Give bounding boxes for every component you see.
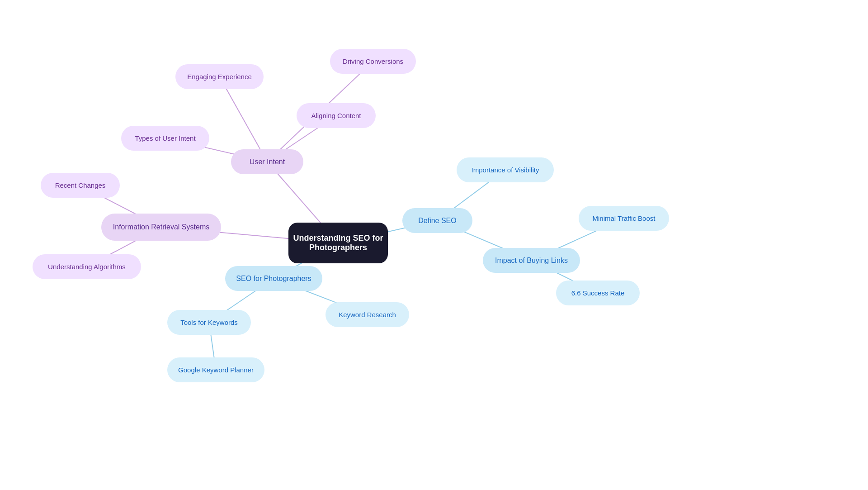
recent-changes-node[interactable]: Recent Changes xyxy=(41,173,120,198)
importance-visibility-label: Importance of Visibility xyxy=(472,166,539,174)
driving-conversions-label: Driving Conversions xyxy=(343,57,403,65)
info-retrieval-node[interactable]: Information Retrieval Systems xyxy=(101,214,221,241)
seo-photographers-label: SEO for Photographers xyxy=(236,275,311,283)
types-user-intent-node[interactable]: Types of User Intent xyxy=(121,126,209,151)
engaging-experience-node[interactable]: Engaging Experience xyxy=(175,64,264,89)
aligning-content-node[interactable]: Aligning Content xyxy=(297,103,376,128)
success-rate-label: 6.6 Success Rate xyxy=(571,289,625,297)
user-intent-label: User Intent xyxy=(250,158,285,166)
center-node-label: Understanding SEO for Photographers xyxy=(293,233,383,252)
define-seo-node[interactable]: Define SEO xyxy=(402,208,472,233)
center-node[interactable]: Understanding SEO for Photographers xyxy=(288,223,388,263)
aligning-content-label: Aligning Content xyxy=(311,112,361,119)
engaging-experience-label: Engaging Experience xyxy=(187,73,252,81)
tools-keywords-node[interactable]: Tools for Keywords xyxy=(167,310,251,335)
recent-changes-label: Recent Changes xyxy=(55,181,106,189)
understanding-algorithms-label: Understanding Algorithms xyxy=(48,263,126,271)
success-rate-node[interactable]: 6.6 Success Rate xyxy=(556,281,640,305)
keyword-research-node[interactable]: Keyword Research xyxy=(326,302,409,327)
driving-conversions-node[interactable]: Driving Conversions xyxy=(330,49,416,74)
impact-buying-links-node[interactable]: Impact of Buying Links xyxy=(483,248,580,273)
seo-photographers-node[interactable]: SEO for Photographers xyxy=(225,266,322,291)
minimal-traffic-boost-label: Minimal Traffic Boost xyxy=(593,214,656,222)
google-keyword-planner-label: Google Keyword Planner xyxy=(178,366,254,374)
google-keyword-planner-node[interactable]: Google Keyword Planner xyxy=(167,357,264,382)
user-intent-node[interactable]: User Intent xyxy=(231,149,303,174)
types-user-intent-label: Types of User Intent xyxy=(135,134,195,142)
define-seo-label: Define SEO xyxy=(418,217,456,225)
minimal-traffic-boost-node[interactable]: Minimal Traffic Boost xyxy=(579,206,669,231)
impact-buying-links-label: Impact of Buying Links xyxy=(495,257,568,265)
importance-visibility-node[interactable]: Importance of Visibility xyxy=(457,157,554,182)
understanding-algorithms-node[interactable]: Understanding Algorithms xyxy=(33,254,141,279)
info-retrieval-label: Information Retrieval Systems xyxy=(113,223,209,231)
tools-keywords-label: Tools for Keywords xyxy=(180,319,238,326)
keyword-research-label: Keyword Research xyxy=(339,311,396,319)
